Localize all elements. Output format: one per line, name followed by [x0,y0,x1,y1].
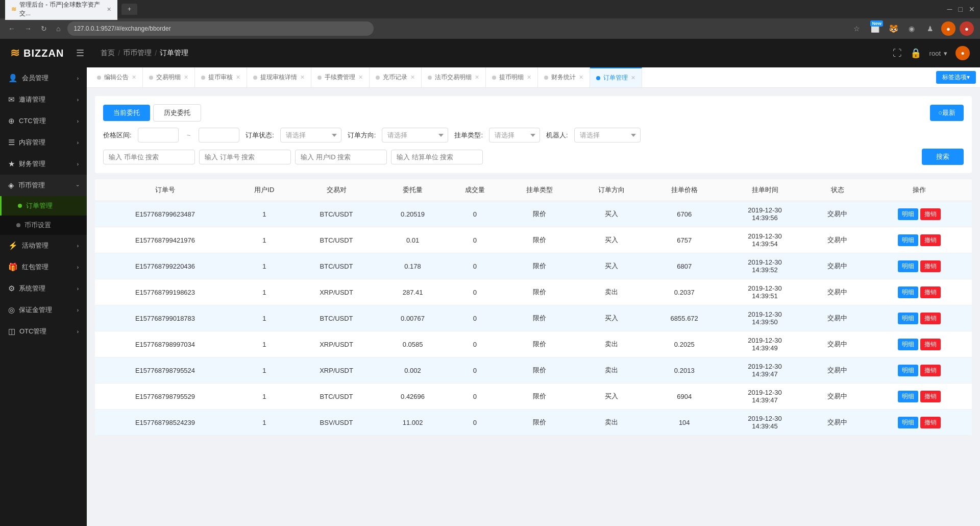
cancel-button[interactable]: 撤销 [920,286,941,298]
table-row: E157768798997034 1 XRP/USDT 0.0585 0 限价 … [95,331,972,357]
cancel-button[interactable]: 撤销 [920,208,941,220]
fullscreen-icon[interactable]: ⛶ [893,48,902,59]
forward-button[interactable]: → [22,25,34,33]
tab-wl-close[interactable]: ✕ [527,74,531,81]
sidebar-label-coin: 币币管理 [18,181,45,190]
reload-button[interactable]: ↻ [39,25,49,33]
sidebar-item-redpack[interactable]: 🎁红包管理 › [0,256,87,278]
sidebar-sub-order[interactable]: 订单管理 [0,196,87,216]
cancel-button[interactable]: 撤销 [920,313,941,324]
cancel-button[interactable]: 撤销 [920,260,941,272]
tab-close-icon[interactable]: ✕ [107,6,111,13]
cancel-button[interactable]: 撤销 [920,417,941,428]
tab-action-button[interactable]: 标签选项▾ [936,71,976,84]
tab-withdraw-review[interactable]: 提币审核 ✕ [195,67,247,88]
bookmark-icon[interactable]: ☆ [849,21,864,36]
cancel-button[interactable]: 撤销 [920,234,941,246]
tab-order-mgmt[interactable]: 订单管理 ✕ [590,67,642,88]
robot-select[interactable]: 请选择 [574,128,641,142]
btn-group: 当前委托 历史委托 [103,104,201,122]
sidebar-item-member[interactable]: 👤会员管理 › [0,67,87,89]
chevron-activity: › [77,243,79,249]
search-order-input[interactable] [199,150,291,164]
url-input[interactable]: 127.0.0.1:9527/#/exchange/bborder [67,21,374,36]
extensions-icon[interactable]: ⬜ New [868,21,882,36]
tab-om-close[interactable]: ✕ [631,75,635,81]
home-button[interactable]: ⌂ [54,25,62,33]
user-avatar[interactable]: ● [941,21,955,36]
detail-button[interactable]: 明细 [898,313,918,324]
inactive-tab[interactable]: + [121,4,137,15]
tab-trade[interactable]: 交易明细 ✕ [143,67,195,88]
robot-label: 机器人: [546,131,568,140]
tab-fee[interactable]: 手续费管理 ✕ [311,67,370,88]
tab-lt-close[interactable]: ✕ [475,74,479,81]
history-orders-button[interactable]: 历史委托 [153,104,201,122]
hang-type-select[interactable]: 请选择 [489,128,540,142]
search-coin-input[interactable] [103,150,195,164]
detail-button[interactable]: 明细 [898,208,918,220]
browser-icon1[interactable]: 🐯 [886,21,900,36]
detail-button[interactable]: 明细 [898,234,918,246]
sidebar-item-activity[interactable]: ⚡活动管理 › [0,235,87,256]
cell-action: 明细 撤销 [866,227,972,253]
cancel-button[interactable]: 撤销 [920,391,941,402]
cancel-button[interactable]: 撤销 [920,365,941,376]
sidebar-item-otc[interactable]: ◫OTC管理 › [0,321,87,342]
back-button[interactable]: ← [6,25,17,33]
order-status-select[interactable]: 请选择 [280,128,341,142]
tab-wr-close[interactable]: ✕ [236,74,240,81]
price-max-input[interactable] [199,128,239,142]
sidebar-item-ctc[interactable]: ⊕CTC管理 › [0,110,87,132]
breadcrumb-home[interactable]: 首页 [101,49,115,58]
chevron-redpack: › [77,265,79,270]
refresh-button[interactable]: ○最新 [930,105,964,121]
sidebar-label-otc: OTC管理 [19,327,46,336]
browser-icon2[interactable]: ◉ [904,21,919,36]
tab-fs-close[interactable]: ✕ [579,74,583,81]
tab-withdraw-list[interactable]: 提币明细 ✕ [486,67,538,88]
sidebar-sub-coinset[interactable]: 币币设置 [0,216,87,235]
search-button[interactable]: 搜索 [922,149,964,165]
tab-legal-trade[interactable]: 法币交易明细 ✕ [422,67,486,88]
active-tab[interactable]: ≋ 管理后台 - 币严|全球数字资产交... ✕ [5,0,117,20]
maximize-button[interactable]: □ [959,5,963,13]
detail-button[interactable]: 明细 [898,339,918,350]
tab-trade-close[interactable]: ✕ [184,74,188,81]
detail-button[interactable]: 明细 [898,286,918,298]
tab-wd-close[interactable]: ✕ [300,74,305,81]
sidebar-item-system[interactable]: ⚙系统管理 › [0,278,87,299]
user-dot[interactable]: ● [955,46,970,60]
price-min-input[interactable] [138,128,179,142]
tab-notice-close[interactable]: ✕ [132,74,136,81]
tab-fee-close[interactable]: ✕ [358,74,363,81]
current-orders-button[interactable]: 当前委托 [103,105,150,121]
minimize-button[interactable]: ─ [947,5,952,13]
hamburger-icon[interactable]: ☰ [76,47,84,59]
close-button[interactable]: ✕ [969,5,975,13]
detail-button[interactable]: 明细 [898,417,918,428]
search-settlement-input[interactable] [391,150,483,164]
detail-button[interactable]: 明细 [898,391,918,402]
tab-finance-stat[interactable]: 财务统计 ✕ [538,67,590,88]
user-info[interactable]: root ▾ [929,50,947,57]
tab-withdraw-detail[interactable]: 提现审核详情 ✕ [247,67,311,88]
detail-button[interactable]: 明细 [898,365,918,376]
detail-button[interactable]: 明细 [898,260,918,272]
sidebar-item-invite[interactable]: ✉邀请管理 › [0,89,87,110]
cancel-button[interactable]: 撤销 [920,339,941,350]
browser-icon3[interactable]: ♟ [923,21,937,36]
sidebar-item-deposit[interactable]: ◎保证金管理 › [0,299,87,321]
sidebar-item-content[interactable]: ☰内容管理 › [0,132,87,153]
lock-icon[interactable]: 🔒 [910,47,921,59]
tab-fs-dot [544,76,548,80]
breadcrumb-mid[interactable]: 币币管理 [123,49,152,58]
sidebar-item-finance[interactable]: ★财务管理 › [0,153,87,175]
tab-recharge[interactable]: 充币记录 ✕ [370,67,422,88]
search-userid-input[interactable] [295,150,387,164]
sidebar-item-coin[interactable]: ◈币币管理 › [0,175,87,196]
user-avatar2[interactable]: ● [960,21,974,36]
order-direction-select[interactable]: 请选择 [382,128,448,142]
tab-notice[interactable]: 编辑公告 ✕ [91,67,143,88]
tab-rc-close[interactable]: ✕ [410,74,415,81]
